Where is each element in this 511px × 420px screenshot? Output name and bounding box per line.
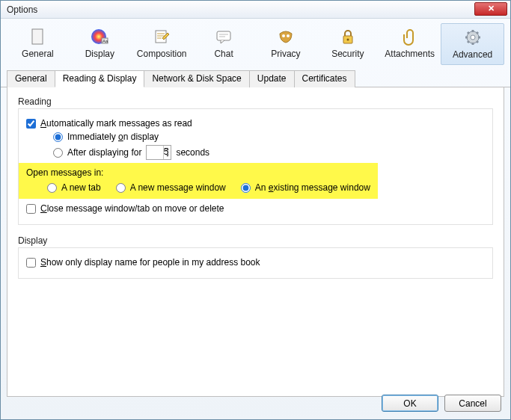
open-existing-window-row: An existing message window <box>241 182 370 193</box>
open-existing-window-radio[interactable] <box>241 183 251 193</box>
automark-row: Automatically mark messages as read <box>26 118 485 129</box>
toolbar-advanced[interactable]: Advanced <box>441 23 504 65</box>
open-messages-options: A new tab A new message window An existi… <box>26 182 370 193</box>
toolbar-label: Composition <box>131 49 193 59</box>
subtab-certificates[interactable]: Certificates <box>294 70 355 87</box>
dialog-footer: OK Cancel <box>382 395 501 412</box>
group-reading-label: Reading <box>18 96 493 107</box>
cancel-button[interactable]: Cancel <box>444 395 501 412</box>
close-icon: ✕ <box>488 4 495 13</box>
edit-icon <box>131 26 193 47</box>
svg-rect-5 <box>217 31 230 40</box>
svg-point-7 <box>287 34 290 37</box>
open-new-tab-row: A new tab <box>47 182 101 193</box>
mask-icon <box>255 26 317 47</box>
close-on-move-checkbox[interactable] <box>26 204 36 214</box>
toolbar-composition[interactable]: Composition <box>131 23 193 65</box>
subtab-reading-display[interactable]: Reading & Display <box>55 70 145 87</box>
toolbar-general[interactable]: General <box>7 23 69 65</box>
toolbar-chat[interactable]: Chat <box>193 23 255 65</box>
toolbar-label: Chat <box>193 49 255 59</box>
group-display-label: Display <box>18 235 493 246</box>
showonly-label: Show only display name for people in my … <box>40 257 260 268</box>
subtab-update[interactable]: Update <box>249 70 295 87</box>
lock-icon <box>316 26 379 47</box>
mode-after-row: After displaying for 5 ▲▼ seconds <box>26 145 485 160</box>
group-reading: Automatically mark messages as read Imme… <box>18 108 493 225</box>
automark-checkbox[interactable] <box>26 119 36 129</box>
subtab-general[interactable]: General <box>7 70 55 87</box>
open-messages-label: Open messages in: <box>26 167 370 178</box>
open-new-tab-label: A new tab <box>61 182 101 193</box>
settings-panel: Reading Automatically mark messages as r… <box>7 87 504 397</box>
ok-button[interactable]: OK <box>382 395 438 412</box>
toolbar-label: Privacy <box>255 49 317 59</box>
titlebar: Options ✕ <box>1 1 510 19</box>
mode-after-label-after: seconds <box>176 147 209 158</box>
window-title: Options <box>7 4 474 15</box>
toolbar-privacy[interactable]: Privacy <box>255 23 317 65</box>
svg-rect-0 <box>32 29 43 44</box>
close-on-move-label: Close message window/tab on move or dele… <box>40 203 224 214</box>
mode-immediate-radio[interactable] <box>53 132 63 142</box>
svg-point-9 <box>346 39 349 41</box>
open-new-window-row: A new message window <box>116 182 226 193</box>
palette-icon: Aa <box>69 26 131 47</box>
open-existing-window-label: An existing message window <box>255 182 370 193</box>
toolbar-attachments[interactable]: Attachments <box>379 23 441 65</box>
svg-point-11 <box>471 35 475 40</box>
page-icon <box>7 26 69 47</box>
subtab-network-disk[interactable]: Network & Disk Space <box>144 70 249 87</box>
svg-point-6 <box>282 34 285 37</box>
category-toolbar: General Aa Display Composition Chat Priv… <box>1 19 510 67</box>
toolbar-label: Security <box>316 49 379 59</box>
mode-after-radio[interactable] <box>53 148 63 158</box>
close-button[interactable]: ✕ <box>474 2 507 16</box>
clip-icon <box>379 26 441 47</box>
open-messages-highlight: Open messages in: A new tab A new messag… <box>19 163 378 199</box>
toolbar-label: Display <box>69 49 131 59</box>
spinner-arrows-icon[interactable]: ▲▼ <box>163 146 171 159</box>
automark-label: Automatically mark messages as read <box>40 118 192 129</box>
options-window: Options ✕ General Aa Display Composition <box>0 0 511 420</box>
open-new-window-label: A new message window <box>130 182 226 193</box>
open-new-tab-radio[interactable] <box>47 183 57 193</box>
open-new-window-radio[interactable] <box>116 183 126 193</box>
after-seconds-input[interactable]: 5 ▲▼ <box>146 145 171 160</box>
toolbar-display[interactable]: Aa Display <box>69 23 131 65</box>
gear-icon <box>441 27 504 48</box>
showonly-checkbox[interactable] <box>26 258 36 268</box>
mode-after-label-before: After displaying for <box>67 147 141 158</box>
toolbar-security[interactable]: Security <box>316 23 379 65</box>
toolbar-label: General <box>7 49 69 59</box>
close-on-move-row: Close message window/tab on move or dele… <box>26 203 485 214</box>
toolbar-label: Attachments <box>379 49 441 59</box>
svg-text:Aa: Aa <box>102 39 108 43</box>
mode-immediate-label: Immediately on display <box>67 132 159 142</box>
subtab-bar: General Reading & Display Network & Disk… <box>1 70 510 87</box>
group-display: Show only display name for people in my … <box>18 247 493 279</box>
mode-immediate-row: Immediately on display <box>26 132 485 142</box>
toolbar-label: Advanced <box>441 49 504 60</box>
showonly-row: Show only display name for people in my … <box>26 257 485 268</box>
chat-icon <box>193 26 255 47</box>
